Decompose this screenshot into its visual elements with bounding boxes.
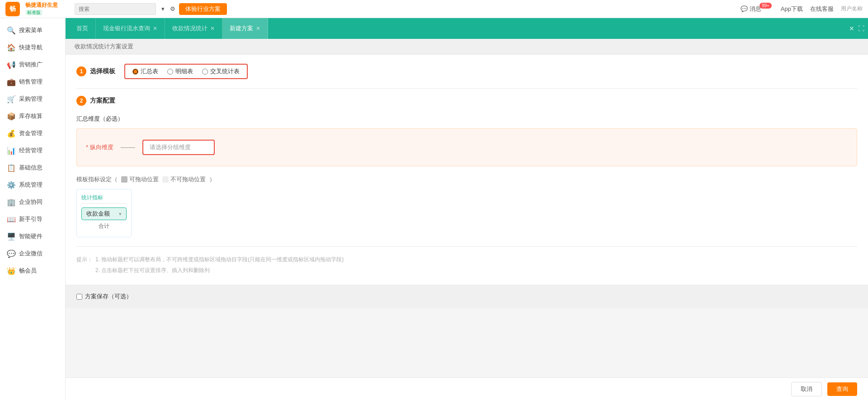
non-draggable-label: 不可拖动位置 [170,175,206,184]
tab-cash-query[interactable]: 现金银行流水查询 ✕ [96,18,165,39]
sidebar-item-operations[interactable]: 📊 经营管理 [0,142,65,159]
save-checkbox-input[interactable] [76,294,82,300]
metrics-section: 模板指标设定（ 可拖动位置 不可拖动位置 ） [76,175,857,237]
radio-cross-input[interactable] [202,69,208,75]
metric-tag-amount[interactable]: 收款金额 ▾ [81,207,127,220]
header-left: 畅 畅捷通好生意 标准版 ▾ ⚙ 体验行业方案 [5,2,227,16]
sidebar-item-system[interactable]: ⚙️ 系统管理 [0,176,65,193]
marketing-icon: 📢 [7,61,15,69]
sidebar-item-guide[interactable]: 📖 新手引导 [0,211,65,228]
tab-new-plan-close[interactable]: ✕ [256,25,260,32]
draggable-indicator: 可拖动位置 [121,175,159,184]
form-section: 1 选择模板 汇总表 明细表 交叉统计表 [66,55,868,285]
draggable-icon [121,176,127,183]
query-button[interactable]: 查询 [827,382,857,396]
save-checkbox-text: 方案保存（可选） [85,292,132,301]
sidebar-item-wechat[interactable]: 💬 企业微信 [0,245,65,262]
online-service[interactable]: 在线客服 [810,5,834,13]
tip-title: 提示： [76,254,93,265]
header-right: 💬 消息99+ App下载 在线客服 用户名称 [741,5,863,13]
tab-home[interactable]: 首页 [69,18,96,39]
step2-title: 方案配置 [90,97,115,105]
sidebar-item-inventory[interactable]: 📦 库存核算 [0,108,65,125]
wechat-icon: 💬 [7,249,15,258]
top-header: 畅 畅捷通好生意 标准版 ▾ ⚙ 体验行业方案 💬 消息99+ App下载 在线… [0,0,868,18]
step2-row: 2 方案配置 [76,96,857,106]
sidebar-item-nav[interactable]: 🏠 快捷导航 [0,39,65,56]
sidebar-item-marketing-label: 营销推广 [19,61,42,69]
tip-text-1: 1. 拖动标题栏可以调整布局，不可跨维度或指标区域拖动目字段(只能在同一维度或指… [95,254,344,265]
message-area[interactable]: 💬 消息99+ [741,5,774,13]
cancel-button[interactable]: 取消 [791,382,822,396]
tab-cash-query-close[interactable]: ✕ [153,25,157,32]
tab-actions: ✕ ⛶ [849,25,864,32]
metrics-label-text: 模板指标设定（ [76,175,118,184]
sidebar-item-system-label: 系统管理 [19,181,42,189]
tip-text-2: 2. 点击标题栏下拉可设置排序、插入列和删除列 [95,265,210,276]
sidebar-item-search[interactable]: 🔍 搜索菜单 [0,22,65,39]
sidebar-item-finance-label: 资金管理 [19,129,42,137]
dimension-select[interactable]: 请选择分组维度 [142,140,215,155]
page-content: 收款情况统计方案设置 1 选择模板 汇总表 明细表 [66,39,868,400]
trial-button[interactable]: 体验行业方案 [179,3,227,15]
main-area: 首页 现金银行流水查询 ✕ 收款情况统计 ✕ 新建方案 ✕ ✕ ⛶ 收 [66,18,868,400]
app-download[interactable]: App下载 [781,5,803,13]
radio-cross[interactable]: 交叉统计表 [202,67,240,75]
metric-dropdown-arrow: ▾ [119,211,122,217]
config-section: 汇总维度（必选） * 纵向维度 —— 请选择分组维度 模板指标设定（ [76,115,857,276]
radio-detail-input[interactable] [167,69,173,75]
inventory-icon: 📦 [7,112,15,120]
dropdown-button[interactable]: ▾ [161,5,165,12]
metrics-bracket-close: ） [209,175,215,184]
dimension-area: * 纵向维度 —— 请选择分组维度 [76,128,857,166]
sales-icon: 💼 [7,78,15,86]
radio-detail-label: 明细表 [175,67,193,75]
save-checkbox-label[interactable]: 方案保存（可选） [76,292,132,301]
draggable-label: 可拖动位置 [129,175,159,184]
tip-item-2: 提示： 2. 点击标题栏下拉可设置排序、插入列和删除列 [76,265,857,276]
page-title: 收款情况统计方案设置 [75,43,133,50]
tab-collection-label: 收款情况统计 [172,24,208,33]
hardware-icon: 🖥️ [7,232,15,240]
radio-summary-input[interactable] [132,69,138,75]
sidebar-item-basic-info-label: 基础信息 [19,164,42,172]
search-input[interactable] [75,3,156,15]
finance-icon: 💰 [7,129,15,137]
metrics-area: 统计指标 收款金额 ▾ 合计 [76,189,132,237]
corp-icon: 🏢 [7,198,15,206]
tab-collection[interactable]: 收款情况统计 ✕ [165,18,222,39]
sidebar-item-member-label: 畅会员 [19,267,37,275]
sidebar-item-member[interactable]: 👑 畅会员 [0,262,65,279]
radio-summary[interactable]: 汇总表 [132,67,158,75]
tab-cash-query-label: 现金银行流水查询 [103,24,150,33]
step2-badge: 2 [76,96,86,106]
tab-new-plan[interactable]: 新建方案 ✕ [222,18,268,39]
search-icon: 🔍 [7,26,15,34]
sidebar-item-basic-info[interactable]: 📋 基础信息 [0,159,65,176]
logo-text: 畅捷通好生意 标准版 [25,2,58,16]
sidebar-item-marketing[interactable]: 📢 营销推广 [0,56,65,73]
user-name: 用户名称 [841,5,863,13]
sidebar-item-nav-label: 快捷导航 [19,43,42,52]
sidebar-item-purchase[interactable]: 🛒 采购管理 [0,90,65,108]
tab-new-plan-label: 新建方案 [230,24,253,33]
settings-icon-button[interactable]: ⚙ [170,5,175,12]
radio-detail[interactable]: 明细表 [167,67,193,75]
sidebar-item-finance[interactable]: 💰 资金管理 [0,125,65,142]
metric-tag-amount-label: 收款金额 [86,210,110,218]
tip-item-1: 提示： 1. 拖动标题栏可以调整布局，不可跨维度或指标区域拖动目字段(只能在同一… [76,254,857,265]
radio-summary-label: 汇总表 [141,67,158,75]
sidebar-item-hardware[interactable]: 🖥️ 智能硬件 [0,228,65,245]
sidebar-item-corp[interactable]: 🏢 企业协同 [0,193,65,211]
sidebar: 🔍 搜索菜单 🏠 快捷导航 📢 营销推广 💼 销售管理 🛒 采购管理 📦 [0,18,66,400]
tab-minimize-button[interactable]: ✕ [849,25,854,32]
sidebar-item-sales[interactable]: 💼 销售管理 [0,73,65,90]
metrics-label-row: 模板指标设定（ 可拖动位置 不可拖动位置 ） [76,175,857,184]
tab-maximize-button[interactable]: ⛶ [858,25,864,32]
dimension-arrow: —— [121,143,135,151]
system-icon: ⚙️ [7,181,15,189]
tab-collection-close[interactable]: ✕ [210,25,215,32]
sidebar-item-corp-label: 企业协同 [19,198,42,206]
basic-info-icon: 📋 [7,164,15,172]
tab-bar: 首页 现金银行流水查询 ✕ 收款情况统计 ✕ 新建方案 ✕ ✕ ⛶ [66,18,868,39]
